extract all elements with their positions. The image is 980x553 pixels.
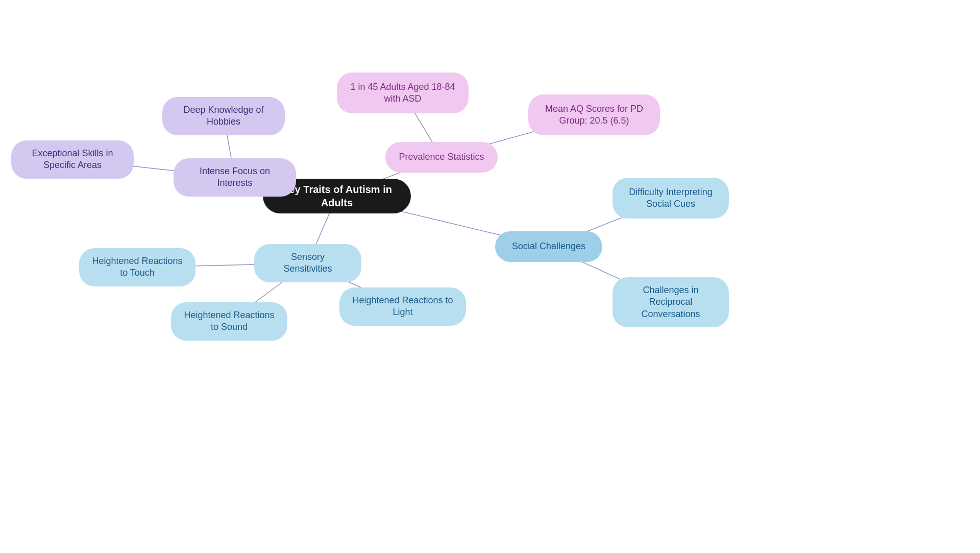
difficulty-social-cues-node: Difficulty Interpreting Social Cues — [612, 178, 729, 219]
heightened-touch-node: Heightened Reactions to Touch — [79, 248, 195, 286]
one-in-45-node: 1 in 45 Adults Aged 18-84 with ASD — [337, 73, 469, 113]
heightened-light-node: Heightened Reactions to Light — [339, 287, 466, 326]
deep-knowledge-node: Deep Knowledge of Hobbies — [162, 97, 285, 135]
heightened-sound-node: Heightened Reactions to Sound — [171, 302, 287, 341]
reciprocal-conversations-node: Challenges in Reciprocal Conversations — [612, 277, 729, 327]
prevalence-stats-node: Prevalence Statistics — [385, 142, 498, 173]
mean-aq-node: Mean AQ Scores for PD Group: 20.5 (6.5) — [528, 94, 660, 135]
exceptional-skills-node: Exceptional Skills in Specific Areas — [11, 140, 134, 179]
intense-focus-node: Intense Focus on Interests — [174, 158, 296, 197]
social-challenges-node: Social Challenges — [495, 231, 602, 262]
sensory-sensitivities-node: Sensory Sensitivities — [254, 244, 361, 282]
